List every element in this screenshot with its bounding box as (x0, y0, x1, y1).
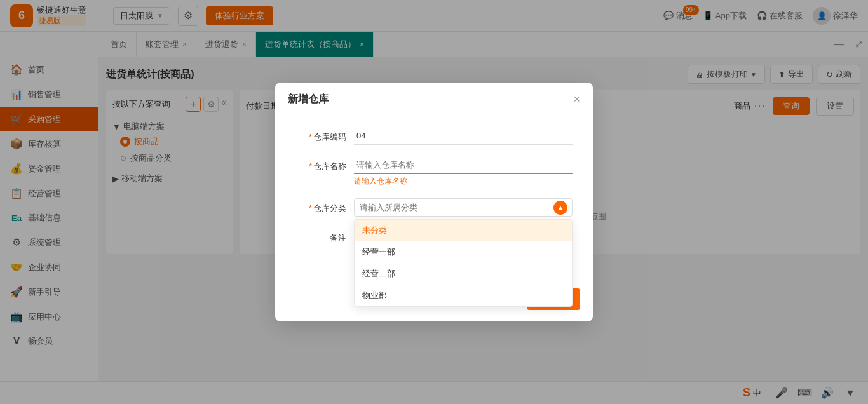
warehouse-name-label: *仓库名称 (295, 156, 346, 172)
dialog-close-button[interactable]: × (573, 93, 580, 106)
warehouse-code-input[interactable] (354, 127, 573, 145)
warehouse-code-field (354, 127, 573, 145)
category-dropdown-list: 未分类 经营一部 经营二部 物业部 (354, 219, 573, 307)
dialog-title: 新增仓库 (288, 93, 329, 106)
warehouse-name-input[interactable] (354, 156, 573, 174)
warehouse-name-error: 请输入仓库名称 (354, 176, 573, 187)
add-warehouse-dialog: 新增仓库 × *仓库编码 *仓库名称 请输入仓库名称 *仓库分类 (275, 83, 593, 321)
warehouse-code-row: *仓库编码 (295, 127, 573, 145)
remark-label: 备注 (295, 228, 346, 244)
warehouse-name-field: 请输入仓库名称 (354, 156, 573, 187)
dropdown-option-dept2[interactable]: 经营二部 (355, 263, 572, 285)
warehouse-category-field: ▲ 未分类 经营一部 经营二部 物业部 (354, 198, 573, 217)
dropdown-option-property[interactable]: 物业部 (355, 285, 572, 306)
warehouse-category-row: *仓库分类 ▲ 未分类 经营一部 经营二部 物业部 (295, 198, 573, 217)
warehouse-category-input[interactable] (354, 198, 573, 217)
warehouse-category-label: *仓库分类 (295, 198, 346, 214)
warehouse-code-label: *仓库编码 (295, 127, 346, 143)
dialog-body: *仓库编码 *仓库名称 请输入仓库名称 *仓库分类 ▲ (275, 114, 593, 282)
dropdown-option-dept1[interactable]: 经营一部 (355, 241, 572, 263)
dialog-header: 新增仓库 × (275, 83, 593, 114)
category-dropdown-toggle[interactable]: ▲ (553, 201, 567, 215)
warehouse-name-row: *仓库名称 请输入仓库名称 (295, 156, 573, 187)
dropdown-option-uncategorized[interactable]: 未分类 (355, 220, 572, 241)
